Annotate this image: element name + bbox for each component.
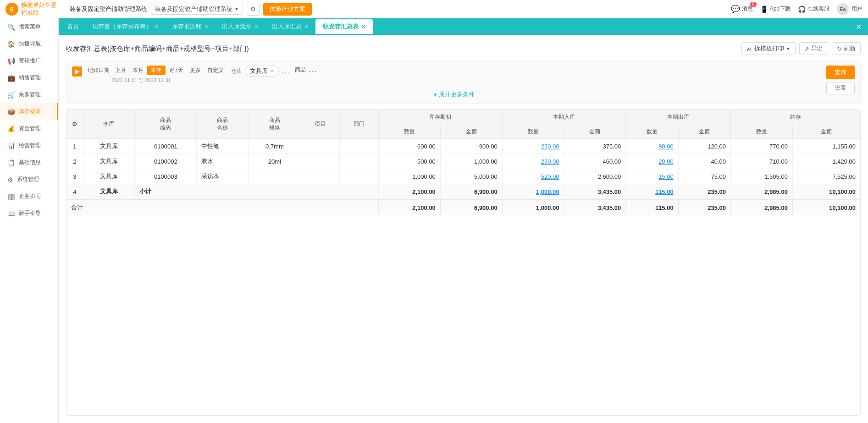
finance-icon: 💰 [7,125,15,132]
date-filter-field: 记账日期 上月 本月 本年 近7天 更多 自定义 2023-01-01 至 20… [88,66,227,84]
chip-close-icon[interactable]: ✕ [270,68,274,74]
date-btn-last-month[interactable]: 上月 [112,66,129,75]
warehouse-dots[interactable]: ... [282,67,290,75]
date-range-display: 2023-01-01 至 2023-12-31 [88,77,227,84]
search-icon: 🔍 [7,23,15,31]
data-table: ⚙ 仓库 商品编码 商品名称 商品规格 项目 部门 库存期初 本期入库 本期出库… [66,110,860,215]
sidebar-item-marketing[interactable]: 📢 营销推广 [0,52,58,69]
experience-button[interactable]: 体验行业方案 [263,3,312,16]
date-options: 上月 本月 本年 近7天 更多 自定义 [112,66,227,75]
export-icon: ↗ [804,45,809,52]
sidebar-item-system[interactable]: ⚙ 系统管理 [0,171,58,188]
app-download-button[interactable]: 📱 App下载 [760,5,791,13]
goods-label: 商品 [295,66,306,74]
sidebar-item-finance[interactable]: 💰 资金管理 [0,120,58,137]
message-badge: 6 [750,2,757,7]
th-balance-qty: 数量 [731,125,793,139]
sidebar-item-basic-info[interactable]: 📋 基础信息 [0,154,58,171]
system-selector[interactable]: 装备及固定资产辅助管理系统 ▼ [151,4,243,15]
warehouse-chip[interactable]: 文具库 ✕ [245,66,279,77]
date-btn-7days[interactable]: 近7天 [166,66,186,75]
print-icon: 🖨 [746,45,752,52]
sidebar-item-guide[interactable]: 📖 新手引导 [0,205,58,222]
th-in-amt: 金额 [564,125,626,139]
content-area: 首页 现存量（库存分布表） ✕ 库存批次账 ✕ 出入库流水 ✕ 出入库汇总 ✕ … [59,18,868,423]
messages-button[interactable]: 💬 6 消息 [731,5,753,13]
user-label: 用户 [851,5,862,13]
th-in-qty: 数量 [502,125,564,139]
th-balance-amt: 金额 [792,125,860,139]
purchase-icon: 🛒 [7,91,15,99]
date-btn-this-year[interactable]: 本年 [147,66,166,75]
tab-batch-ledger[interactable]: 库存批次账 ✕ [166,19,215,34]
sidebar-item-operations[interactable]: 📊 经营管理 [0,137,58,154]
footer-balance-qty: 2,985.00 [731,199,793,215]
system-icon: ⚙ [7,176,13,183]
tab-close-stock-dist[interactable]: ✕ [155,24,159,30]
export-button[interactable]: ↗ 导出 [799,42,828,55]
date-btn-this-month[interactable]: 本月 [130,66,146,75]
print-button[interactable]: 🖨 拆模板打印 ▼ [741,42,796,55]
enterprise-icon: 🏢 [7,193,15,200]
th-opening-amt: 金额 [440,125,502,139]
sidebar-item-quick-nav[interactable]: 🏠 快捷导航 [0,35,58,52]
online-service-button[interactable]: 🎧 在线客服 [798,5,829,13]
table-settings-icon[interactable]: ⚙ [72,121,77,127]
system-title-area: 装备及固定资产辅助管理系统 装备及固定资产辅助管理系统 ▼ ⚙ 体验行业方案 [70,3,726,16]
tab-close-batch-ledger[interactable]: ✕ [205,24,209,30]
filter-toggle-button[interactable]: ▶ [72,66,82,77]
footer-balance-amt: 10,100.00 [792,199,860,215]
th-out-qty: 数量 [626,125,678,139]
th-balance: 结存 [731,110,860,125]
sidebar-item-inventory[interactable]: 📦 库存核算 [0,103,58,120]
tab-close-collect-summary[interactable]: ✕ [361,24,365,30]
th-settings[interactable]: ⚙ [66,110,83,139]
user-button[interactable]: Ea 用户 [837,3,862,15]
date-label: 记账日期 [88,66,110,74]
tab-bar-close[interactable]: ✕ [851,21,866,33]
app-download-label: App下载 [770,5,791,13]
tab-close-in-out-summary[interactable]: ✕ [304,24,309,30]
tab-in-out-summary[interactable]: 出入库汇总 ✕ [265,19,315,34]
marketing-icon: 📢 [7,57,15,65]
footer-opening-qty: 2,100.00 [379,199,441,215]
th-project: 项目 [301,110,340,139]
tab-stock-dist[interactable]: 现存量（库存分布表） ✕ [86,19,165,34]
setting-button[interactable]: 设置 [826,82,855,94]
th-opening-qty: 数量 [379,125,441,139]
top-right-actions: 💬 6 消息 📱 App下载 🎧 在线客服 Ea 用户 [731,3,862,15]
chevron-down-icon: ▼ [786,46,791,51]
th-warehouse: 仓库 [83,110,135,139]
footer-in-amt: 3,435.00 [564,199,626,215]
th-inbound: 本期入库 [502,110,626,125]
query-actions: 查询 设置 [826,66,855,94]
gear-button[interactable]: ⚙ [247,3,260,16]
date-btn-more[interactable]: 更多 [187,66,204,75]
sidebar-item-purchase[interactable]: 🛒 采购管理 [0,86,58,103]
tab-bar: 首页 现存量（库存分布表） ✕ 库存批次账 ✕ 出入库流水 ✕ 出入库汇总 ✕ … [59,18,868,35]
warehouse-filter-field: 仓库 文具库 ✕ ... [231,66,290,77]
th-code: 商品编码 [135,110,197,139]
main-layout: 🔍 搜索菜单 🏠 快捷导航 📢 营销推广 💼 销售管理 🛒 采购管理 📦 库存核… [0,18,868,423]
tab-close-in-out-flow[interactable]: ✕ [254,24,259,30]
chevron-down-icon: ▼ [234,6,239,11]
date-btn-custom[interactable]: 自定义 [205,66,227,75]
th-spec: 商品规格 [249,110,301,139]
sidebar: 🔍 搜索菜单 🏠 快捷导航 📢 营销推广 💼 销售管理 🛒 采购管理 📦 库存核… [0,18,59,423]
tab-collect-summary[interactable]: 收发存汇总表 ✕ [315,19,373,34]
footer-out-amt: 235.00 [678,199,730,215]
th-dept: 部门 [340,110,379,139]
tab-in-out-flow[interactable]: 出入库流水 ✕ [216,19,265,34]
basic-info-icon: 📋 [7,159,15,166]
top-bar: 6 畅捷通好生意 标准版 装备及固定资产辅助管理系统 装备及固定资产辅助管理系统… [0,0,868,18]
tab-home[interactable]: 首页 [61,19,85,34]
refresh-button[interactable]: ↻ 刷新 [832,42,861,55]
page-actions: 🖨 拆模板打印 ▼ ↗ 导出 ↻ 刷新 [741,42,861,55]
query-button[interactable]: 查询 [826,66,855,79]
goods-dots[interactable]: ... [309,66,317,74]
expand-more-button[interactable]: ▾ 展开更多条件 [434,90,475,99]
sidebar-item-enterprise[interactable]: 🏢 企业协同 [0,188,58,205]
sidebar-item-sales[interactable]: 💼 销售管理 [0,69,58,86]
page-title: 收发存汇总表(按仓库+商品编码+商品+规格型号+项目+部门) [66,44,249,53]
sidebar-item-search[interactable]: 🔍 搜索菜单 [0,18,58,35]
